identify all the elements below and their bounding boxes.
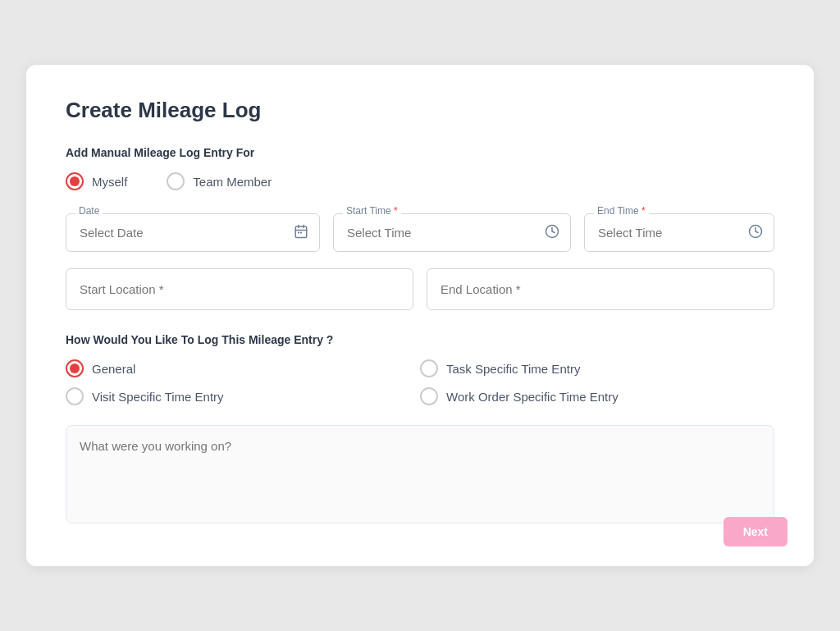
radio-visit-specific-label: Visit Specific Time Entry: [92, 390, 224, 404]
radio-general[interactable]: General: [66, 359, 420, 377]
end-location-input[interactable]: [427, 268, 774, 310]
radio-team-member[interactable]: Team Member: [167, 172, 272, 190]
radio-general-circle[interactable]: [66, 359, 84, 377]
page-title: Create Mileage Log: [66, 98, 774, 123]
date-floating-label: Date: [75, 205, 103, 217]
how-section-label: How Would You Like To Log This Mileage E…: [66, 333, 774, 346]
radio-work-order-specific[interactable]: Work Order Specific Time Entry: [420, 387, 774, 405]
entry-for-radio-group: Myself Team Member: [66, 172, 774, 190]
start-time-input-wrapper: [333, 213, 571, 252]
start-time-input[interactable]: [333, 213, 571, 252]
end-location-field: [427, 268, 774, 310]
working-on-textarea[interactable]: [66, 425, 774, 524]
how-radio-grid: General Task Specific Time Entry Visit S…: [66, 359, 774, 405]
radio-visit-specific[interactable]: Visit Specific Time Entry: [66, 387, 420, 405]
radio-task-specific[interactable]: Task Specific Time Entry: [420, 359, 774, 377]
radio-myself-circle[interactable]: [66, 172, 84, 190]
mileage-log-card: Create Mileage Log Add Manual Mileage Lo…: [26, 65, 814, 566]
radio-general-label: General: [92, 362, 135, 376]
radio-task-specific-label: Task Specific Time Entry: [446, 362, 580, 376]
start-location-input[interactable]: [66, 268, 413, 310]
next-button[interactable]: Next: [724, 517, 788, 546]
radio-work-order-specific-circle[interactable]: [420, 387, 438, 405]
radio-myself-label: Myself: [92, 175, 127, 189]
location-fields-row: [66, 268, 774, 310]
bottom-right-actions: Next: [724, 517, 788, 546]
end-time-field-group: End Time *: [584, 213, 774, 252]
radio-team-member-circle[interactable]: [167, 172, 185, 190]
how-section: How Would You Like To Log This Mileage E…: [66, 333, 774, 405]
end-time-input-wrapper: [584, 213, 774, 252]
radio-work-order-specific-label: Work Order Specific Time Entry: [446, 390, 619, 404]
date-input[interactable]: [66, 213, 320, 252]
date-field-group: Date: [66, 213, 320, 252]
end-time-input[interactable]: [584, 213, 774, 252]
start-time-field-group: Start Time *: [333, 213, 571, 252]
end-time-floating-label: End Time *: [594, 205, 649, 217]
radio-task-specific-circle[interactable]: [420, 359, 438, 377]
date-input-wrapper: [66, 213, 320, 252]
start-location-field: [66, 268, 413, 310]
radio-team-member-label: Team Member: [193, 175, 272, 189]
datetime-fields-row: Date Start Time *: [66, 213, 774, 252]
radio-myself[interactable]: Myself: [66, 172, 127, 190]
manual-entry-label: Add Manual Mileage Log Entry For: [66, 146, 774, 159]
radio-visit-specific-circle[interactable]: [66, 387, 84, 405]
start-time-floating-label: Start Time *: [343, 205, 401, 217]
